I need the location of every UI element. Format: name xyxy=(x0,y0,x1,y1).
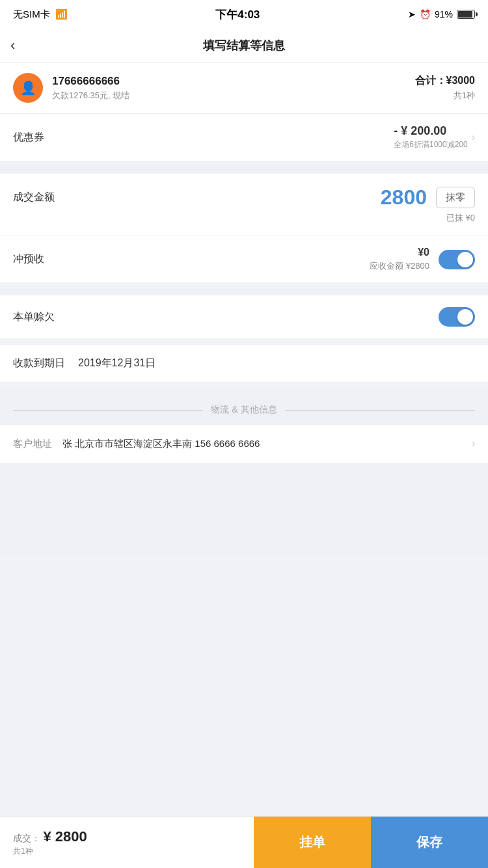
coupon-chevron-icon: › xyxy=(472,131,475,143)
due-date-label: 收款到期日 xyxy=(13,357,65,370)
no-sim-label: 无SIM卡 xyxy=(13,8,50,21)
section-separator-1 xyxy=(0,167,488,174)
bottom-summary-amount: ¥ 2800 xyxy=(43,828,87,845)
amount-sub: 已抹 ¥0 xyxy=(13,212,475,224)
address-label: 客户地址 xyxy=(13,438,52,450)
amount-label: 成交金额 xyxy=(13,191,55,204)
status-left: 无SIM卡 📶 xyxy=(13,8,68,21)
address-row[interactable]: 客户地址 张 北京市市辖区海淀区永丰南 156 6666 6666 › xyxy=(0,425,488,463)
status-bar: 无SIM卡 📶 下午4:03 ➤ ⏰ 91% xyxy=(0,0,488,29)
battery-icon xyxy=(457,10,475,19)
coupon-detail: 全场6折满1000减200 xyxy=(394,139,467,150)
coupon-row[interactable]: 优惠券 - ¥ 200.00 全场6折满1000减200 › xyxy=(0,114,488,161)
prepayment-toggle[interactable] xyxy=(439,250,475,269)
coupon-label: 优惠券 xyxy=(13,131,44,144)
prepayment-amount: ¥0 xyxy=(370,247,429,258)
amount-section: 成交金额 2800 抹零 已抹 ¥0 xyxy=(0,174,488,236)
debt-toggle[interactable] xyxy=(439,307,475,327)
wifi-icon: 📶 xyxy=(55,8,68,20)
address-value: 张 北京市市辖区海淀区永丰南 156 6666 6666 xyxy=(62,437,467,452)
battery-percent: 91% xyxy=(435,9,453,20)
location-icon: ➤ xyxy=(408,9,416,20)
content-area: 👤 17666666666 欠款1276.35元, 现结 合计：¥3000 共1… xyxy=(0,62,488,606)
bottom-summary: 成交： ¥ 2800 共1种 xyxy=(0,828,254,857)
logistics-label: 物流 & 其他信息 xyxy=(211,404,277,416)
amount-row: 成交金额 2800 抹零 xyxy=(13,185,475,210)
section-separator-2 xyxy=(0,289,488,295)
customer-row[interactable]: 👤 17666666666 欠款1276.35元, 现结 合计：¥3000 共1… xyxy=(0,62,488,114)
logistics-section-header: 物流 & 其他信息 xyxy=(0,395,488,425)
back-button[interactable]: ‹ xyxy=(10,37,15,54)
due-date-row: 收款到期日 2019年12月31日 xyxy=(0,345,488,382)
amount-value: 2800 xyxy=(381,185,427,210)
bottom-summary-kinds: 共1种 xyxy=(13,846,241,857)
avatar: 👤 xyxy=(13,73,43,103)
avatar-icon: 👤 xyxy=(20,80,36,96)
status-right: ➤ ⏰ 91% xyxy=(408,9,475,20)
coupon-discount: - ¥ 200.00 xyxy=(394,124,467,138)
erase-button[interactable]: 抹零 xyxy=(436,187,475,208)
bottom-summary-prefix: 成交： xyxy=(13,833,40,843)
page-title: 填写结算等信息 xyxy=(203,38,285,53)
gray-filler xyxy=(0,463,488,554)
status-time: 下午4:03 xyxy=(215,7,260,22)
prepayment-row: 冲预收 ¥0 应收金额 ¥2800 xyxy=(0,236,488,282)
total-kinds: 共1种 xyxy=(415,90,476,102)
section-separator-3 xyxy=(0,388,488,395)
customer-card: 👤 17666666666 欠款1276.35元, 现结 合计：¥3000 共1… xyxy=(0,62,488,161)
customer-debt: 欠款1276.35元, 现结 xyxy=(52,90,129,102)
debt-label: 本单赊欠 xyxy=(13,310,55,324)
alarm-icon: ⏰ xyxy=(420,9,431,20)
section-line-left xyxy=(13,410,203,411)
prepayment-label: 冲预收 xyxy=(13,252,44,266)
customer-phone: 17666666666 xyxy=(52,75,129,88)
debt-row: 本单赊欠 xyxy=(0,295,488,338)
prepayment-receivable: 应收金额 ¥2800 xyxy=(370,260,429,272)
due-date-value: 2019年12月31日 xyxy=(78,357,156,370)
nav-bar: ‹ 填写结算等信息 xyxy=(0,29,488,62)
address-chevron-icon: › xyxy=(472,438,475,450)
section-line-right xyxy=(285,410,475,411)
total-amount: 合计：¥3000 xyxy=(415,74,476,88)
hang-button[interactable]: 挂单 xyxy=(254,817,371,869)
bottom-bar: 成交： ¥ 2800 共1种 挂单 保存 xyxy=(0,816,488,868)
save-button[interactable]: 保存 xyxy=(371,817,488,869)
